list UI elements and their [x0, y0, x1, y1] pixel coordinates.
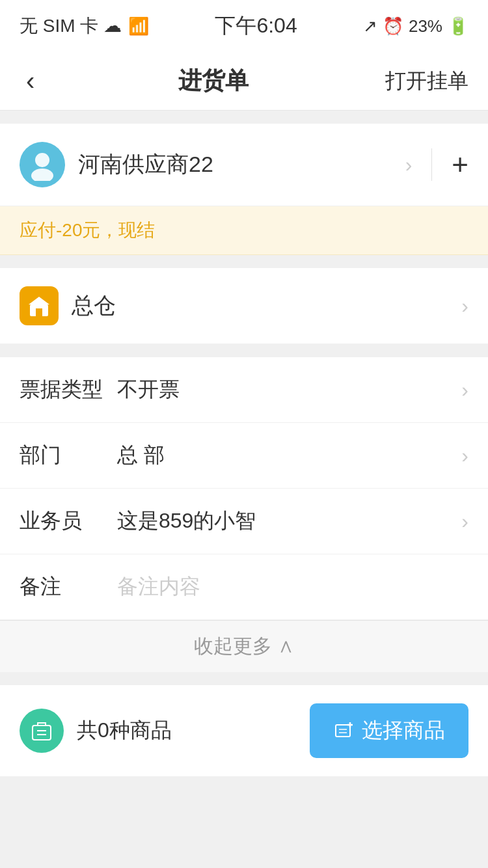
warehouse-section: 总仓 ›	[0, 268, 488, 344]
notice-bar: 应付-20元，现结	[0, 206, 488, 255]
product-count: 共0种商品	[77, 716, 310, 745]
section-gap-2	[0, 255, 488, 268]
wifi-icon: 📶	[128, 16, 149, 36]
section-gap-1	[0, 111, 488, 124]
department-label: 部门	[20, 441, 111, 470]
select-product-button[interactable]: 选择商品	[310, 703, 468, 758]
status-time: 下午6:04	[215, 12, 297, 40]
remark-row[interactable]: 备注 备注内容	[0, 554, 488, 620]
page-title: 进货单	[178, 65, 249, 97]
form-section: 票据类型 不开票 › 部门 总 部 › 业务员 这是859的小智 › 备注 备注…	[0, 357, 488, 672]
department-chevron-icon: ›	[461, 444, 468, 468]
supplier-section: 河南供应商22 › + 应付-20元，现结	[0, 124, 488, 255]
nav-bar: ‹ 进货单 打开挂单	[0, 52, 488, 111]
warehouse-chevron-icon: ›	[461, 294, 468, 318]
select-product-label: 选择商品	[362, 716, 445, 745]
invoice-type-row[interactable]: 票据类型 不开票 ›	[0, 357, 488, 423]
supplier-chevron-icon: ›	[405, 153, 413, 177]
alarm-icon: ⏰	[383, 16, 403, 36]
invoice-type-label: 票据类型	[20, 375, 111, 404]
product-icon	[20, 709, 64, 753]
salesperson-label: 业务员	[20, 507, 111, 536]
svg-point-1	[31, 169, 53, 181]
department-row[interactable]: 部门 总 部 ›	[0, 423, 488, 489]
battery-text: 23%	[409, 16, 442, 36]
battery-icon: 🔋	[448, 16, 468, 36]
warehouse-name: 总仓	[72, 291, 461, 321]
warehouse-icon	[20, 286, 59, 325]
section-gap-3	[0, 344, 488, 357]
remark-label: 备注	[20, 573, 111, 601]
location-icon: ↗	[363, 16, 377, 36]
back-button[interactable]: ‹	[20, 60, 41, 102]
status-bar: 无 SIM 卡 ☁ 📶 下午6:04 ↗ ⏰ 23% 🔋	[0, 0, 488, 52]
salesperson-chevron-icon: ›	[461, 509, 468, 534]
sim-text: 无 SIM 卡 ☁	[20, 14, 122, 38]
collapse-bar[interactable]: 收起更多 ∧	[0, 620, 488, 672]
svg-rect-5	[33, 726, 51, 740]
svg-point-0	[35, 153, 49, 167]
salesperson-row[interactable]: 业务员 这是859的小智 ›	[0, 489, 488, 554]
invoice-type-value: 不开票	[111, 375, 461, 404]
add-supplier-button[interactable]: +	[452, 148, 468, 181]
open-hang-button[interactable]: 打开挂单	[385, 67, 468, 96]
status-left: 无 SIM 卡 ☁ 📶	[20, 14, 149, 38]
supplier-avatar	[20, 142, 65, 187]
warehouse-row[interactable]: 总仓 ›	[0, 268, 488, 344]
product-section: 共0种商品 选择商品	[0, 685, 488, 776]
supplier-row[interactable]: 河南供应商22 › +	[0, 124, 488, 206]
svg-rect-4	[36, 308, 42, 316]
status-right: ↗ ⏰ 23% 🔋	[363, 16, 468, 36]
supplier-divider	[431, 148, 432, 181]
invoice-type-chevron-icon: ›	[461, 378, 468, 402]
remark-input[interactable]: 备注内容	[111, 573, 468, 601]
salesperson-value: 这是859的小智	[111, 507, 461, 536]
department-value: 总 部	[111, 441, 461, 470]
svg-rect-8	[336, 725, 350, 737]
svg-marker-3	[29, 297, 49, 305]
supplier-name: 河南供应商22	[78, 150, 405, 180]
